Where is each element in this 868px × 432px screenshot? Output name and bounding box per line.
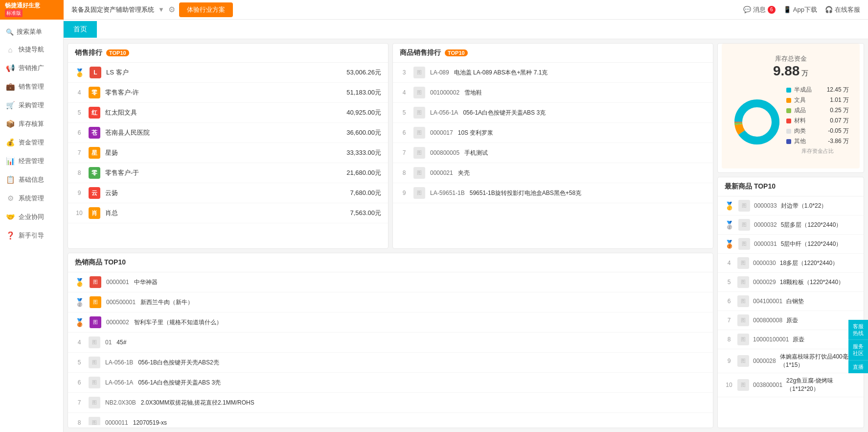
product-code: 0000021 <box>430 169 453 176</box>
table-row: 9 图 LA-59651-1B 59651-1B旋转投影灯电池盒ABS黑色+58… <box>393 183 713 203</box>
rank-num: 7 <box>400 149 409 156</box>
new-products-title: 最新商品 TOP10 <box>725 182 776 191</box>
sidebar-item-marketing[interactable]: 📢 营销推广 <box>0 59 63 77</box>
product-code: 0000011 <box>105 419 128 425</box>
live-button[interactable]: 直播 <box>848 360 868 373</box>
search-menu[interactable]: 🔍 搜索菜单 <box>0 24 63 40</box>
service-community-button[interactable]: 服务社区 <box>848 340 868 360</box>
headset-icon: 🎧 <box>825 6 833 13</box>
product-thumb: 图 <box>413 127 425 139</box>
avatar: 零 <box>89 87 100 98</box>
medal-icon: 🥈 <box>75 298 85 307</box>
customer-name: LS 客户 <box>106 68 342 77</box>
list-item: 10 图 003800001 22g鱼豆腐-烧烤味（1*12*20） <box>718 373 864 397</box>
rank-num: 4 <box>75 339 84 346</box>
legend-value: 12.45 万 <box>827 86 849 94</box>
sidebar-item-enterprise[interactable]: 🤝 企业协同 <box>0 208 63 226</box>
legend-item: 其他 -3.86 万 <box>786 137 849 145</box>
product-code: LA-056-1A <box>105 379 133 386</box>
sales-ranking-title: 销售排行 <box>75 48 102 57</box>
main-layout: 🔍 搜索菜单 ⌂ 快捷导航 📢 营销推广 💼 销售管理 🛒 采购管理 📦 库存核… <box>0 20 868 432</box>
legend-dot <box>786 129 791 134</box>
list-item: 7 图 NB2.0X30B 2.0X30MM双搓花轴,搓花直径2.1MM/ROH… <box>68 393 713 413</box>
sidebar-item-quick-nav[interactable]: ⌂ 快捷导航 <box>0 40 63 59</box>
avatar: 红 <box>89 107 100 119</box>
sidebar-item-purchase[interactable]: 🛒 采购管理 <box>0 96 63 115</box>
product-sales-title: 商品销售排行 <box>400 48 441 57</box>
list-item: 🥉 图 0000031 5层中纤（1220*2440） <box>718 235 864 254</box>
trial-button[interactable]: 体验行业方案 <box>179 2 233 17</box>
app-download-button[interactable]: 📱 App下载 <box>783 5 817 14</box>
message-icon: 💬 <box>743 6 751 13</box>
product-code: 10000100001 <box>753 336 789 343</box>
product-thumb: 图 <box>90 316 101 328</box>
rank-num: 8 <box>400 169 409 176</box>
product-thumb: 图 <box>737 276 749 288</box>
product-code: LA-59651-1B <box>430 190 465 196</box>
rank-num: 4 <box>400 89 409 96</box>
dropdown-icon[interactable]: ▼ <box>158 6 164 13</box>
customer-hotline-button[interactable]: 客服热线 <box>848 320 868 340</box>
product-code: 0000002 <box>106 319 129 326</box>
message-button[interactable]: 💬 消息 6 <box>743 5 776 14</box>
sales-icon: 💼 <box>6 82 15 91</box>
sidebar-item-finance[interactable]: 💰 资金管理 <box>0 133 63 152</box>
hot-products-panel: 热销商品 TOP10 🥇 图 0000001 中华神器 🥈 图 0005000 <box>68 253 713 428</box>
inventory-panel: 库存总资金 9.88 万 <box>717 43 864 173</box>
rank-num: 9 <box>75 190 84 196</box>
product-name: 18多层（1220*2440） <box>780 259 857 267</box>
online-service-button[interactable]: 🎧 在线客服 <box>825 5 860 14</box>
customer-amount: 21,680.00元 <box>346 168 381 177</box>
legend-item: 肉类 -0.05 万 <box>786 127 849 135</box>
product-name: 智利车子里（规格不知道填什么） <box>134 318 706 327</box>
inventory-icon: 📦 <box>6 120 15 128</box>
legend-value: 1.01 万 <box>830 96 849 104</box>
sidebar-item-sales[interactable]: 💼 销售管理 <box>0 77 63 96</box>
rank-num: 5 <box>75 359 84 366</box>
product-name: 45# <box>116 339 706 346</box>
product-code: 0000017 <box>430 129 453 136</box>
legend-value: 0.07 万 <box>830 117 849 125</box>
logo-text: 畅捷通好生意 <box>5 2 40 9</box>
product-code: 01 <box>105 339 112 346</box>
product-thumb: 图 <box>413 147 425 159</box>
customer-name: 肖总 <box>105 209 345 217</box>
product-code: 0000001 <box>106 279 129 286</box>
list-item: 9 图 0000028 体婉嘉枝味苏打饮品400毫升（1*15） <box>718 349 864 373</box>
sidebar-item-basic-info[interactable]: 📋 基础信息 <box>0 170 63 189</box>
product-name: 原壶 <box>786 316 857 325</box>
product-name: 10S 变利罗浆 <box>458 129 706 137</box>
customer-name: 苍南县人民医院 <box>105 128 342 137</box>
sidebar: 🔍 搜索菜单 ⌂ 快捷导航 📢 营销推广 💼 销售管理 🛒 采购管理 📦 库存核… <box>0 20 64 432</box>
new-products-panel: 最新商品 TOP10 🥇 图 0000033 封边带（1.0*22） 🥈 图 <box>717 177 864 428</box>
legend-dot <box>786 108 791 113</box>
product-name: 白钢垫 <box>786 297 857 306</box>
product-name: 新西兰牛肉（新牛） <box>140 298 706 307</box>
product-name: 056-1A白色按键开关盖ABS 3壳 <box>138 379 706 387</box>
sidebar-item-inventory[interactable]: 📦 库存核算 <box>0 115 63 133</box>
product-name: 体婉嘉枝味苏打饮品400毫升（1*15） <box>780 353 857 369</box>
product-name: 5层中纤（1220*2440） <box>781 240 857 248</box>
product-name: 原壶 <box>793 336 857 344</box>
product-name: 59651-1B旋转投影灯电池盒ABS黑色+58克 <box>470 189 706 197</box>
sidebar-item-guide[interactable]: ❓ 新手引导 <box>0 226 63 245</box>
product-code: LA-089 <box>430 69 449 76</box>
customer-name: 红太阳文具 <box>105 108 342 117</box>
product-thumb: 图 <box>737 314 749 326</box>
product-name: 056-1B白色按键开关壳ABS2壳 <box>138 359 706 367</box>
operation-icon: 📊 <box>6 157 15 166</box>
product-name: 手机测试 <box>464 149 706 157</box>
sidebar-item-system[interactable]: ⚙ 系统管理 <box>0 189 63 208</box>
avatar: 苍 <box>89 127 100 139</box>
logo-area: 畅捷通好生意 标准版 <box>0 0 64 20</box>
topbar-middle: 装备及固定资产辅助管理系统 ▼ ⚙ 体验行业方案 <box>64 2 743 17</box>
rank-num: 6 <box>75 129 84 136</box>
inventory-unit: 万 <box>801 69 808 77</box>
rank-num: 5 <box>400 109 409 116</box>
hot-products-title: 热销商品 TOP10 <box>75 258 126 267</box>
message-badge: 6 <box>768 6 776 14</box>
gear-icon[interactable]: ⚙ <box>168 5 175 14</box>
product-thumb: 图 <box>90 296 101 308</box>
list-item: 5 图 0000029 18颗粒板（1220*2440） <box>718 273 864 292</box>
sidebar-item-operation[interactable]: 📊 经营管理 <box>0 152 63 170</box>
